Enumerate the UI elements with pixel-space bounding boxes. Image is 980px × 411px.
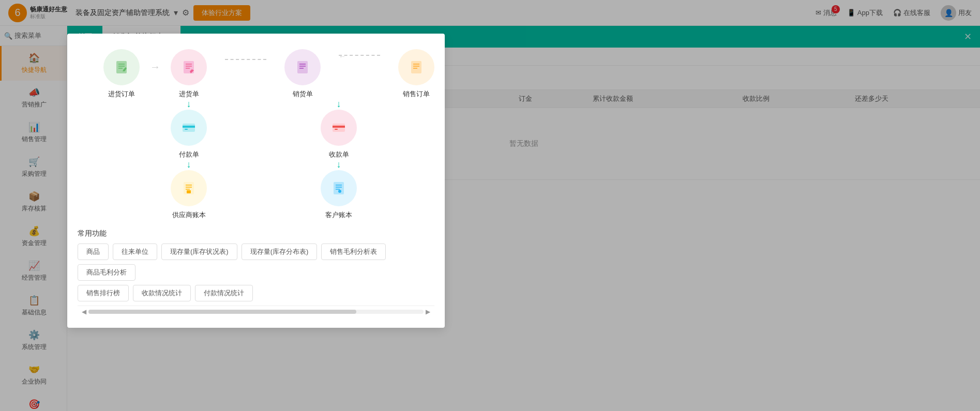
scroll-left-btn[interactable]: ◀ bbox=[82, 308, 86, 315]
svg-rect-12 bbox=[411, 61, 421, 73]
scroll-thumb[interactable] bbox=[88, 310, 356, 314]
payment-circle bbox=[171, 110, 207, 146]
flow-node-receipt: 收款单 bbox=[321, 110, 357, 159]
flow-node-sale-receipt: 销货单 bbox=[284, 49, 321, 99]
func-btn-inventory-status[interactable]: 现存量(库存状况表) bbox=[161, 243, 237, 260]
func-btn-product[interactable]: 商品 bbox=[78, 243, 109, 260]
svg-rect-0 bbox=[116, 61, 127, 73]
down-arrow-payment: ↓ bbox=[171, 99, 207, 110]
svg-rect-26 bbox=[187, 190, 191, 193]
modal-body: 进货订单 → 进货单 bbox=[67, 34, 445, 328]
flow-node-supplier-ledger: 供应商账本 bbox=[171, 170, 207, 220]
flow-node-purchase-order: 进货订单 bbox=[103, 49, 140, 99]
receipt-circle bbox=[321, 110, 357, 146]
svg-rect-27 bbox=[334, 182, 344, 194]
supplier-ledger-label: 供应商账本 bbox=[172, 210, 206, 220]
customer-ledger-circle bbox=[321, 170, 357, 206]
sale-order-circle bbox=[398, 49, 434, 85]
purchase-order-label: 进货订单 bbox=[108, 89, 135, 99]
dashed-line-1 bbox=[225, 59, 266, 60]
modal-scrollbar: ◀ ▶ bbox=[78, 306, 434, 317]
flow-modal: 进货订单 → 进货单 bbox=[67, 34, 445, 328]
flow-node-purchase-receipt: 进货单 bbox=[171, 49, 207, 99]
func-btn-product-profit[interactable]: 商品毛利分析 bbox=[78, 264, 135, 281]
down-arrow-customer: ↓ bbox=[321, 159, 357, 170]
down-arrow-supplier: ↓ bbox=[171, 159, 207, 170]
func-btns-row2: 销售排行榜 收款情况统计 付款情况统计 bbox=[78, 285, 434, 301]
func-btn-partner[interactable]: 往来单位 bbox=[113, 243, 157, 260]
scroll-track[interactable] bbox=[88, 310, 424, 314]
common-funcs: 常用功能 商品 往来单位 现存量(库存状况表) 现存量(库存分布表) 销售毛利分… bbox=[78, 229, 434, 301]
func-btn-sale-rank[interactable]: 销售排行榜 bbox=[78, 285, 129, 301]
dashed-line-2: ← bbox=[339, 55, 380, 64]
svg-rect-18 bbox=[185, 129, 188, 130]
func-btns-row1: 商品 往来单位 现存量(库存状况表) 现存量(库存分布表) 销售毛利分析表 商品… bbox=[78, 243, 434, 281]
sale-order-label: 销售订单 bbox=[403, 89, 430, 99]
svg-point-31 bbox=[338, 190, 341, 193]
supplier-ledger-circle bbox=[171, 170, 207, 206]
svg-rect-21 bbox=[335, 129, 338, 130]
func-btn-payment-stat[interactable]: 付款情况统计 bbox=[195, 285, 253, 301]
func-btn-inventory-dist[interactable]: 现存量(库存分布表) bbox=[242, 243, 318, 260]
func-btn-receipt-stat[interactable]: 收款情况统计 bbox=[133, 285, 191, 301]
purchase-receipt-label: 进货单 bbox=[179, 89, 199, 99]
svg-rect-8 bbox=[297, 61, 308, 73]
down-arrow-receipt: ↓ bbox=[321, 99, 357, 110]
modal-overlay: 进货订单 → 进货单 bbox=[0, 0, 980, 411]
flow-node-sale-order: 销售订单 bbox=[398, 49, 434, 99]
func-btn-sale-profit[interactable]: 销售毛利分析表 bbox=[321, 243, 386, 260]
scroll-right-btn[interactable]: ▶ bbox=[426, 308, 430, 315]
common-funcs-title: 常用功能 bbox=[78, 229, 434, 238]
sale-receipt-circle bbox=[284, 49, 321, 85]
arrow-right-1: → bbox=[150, 61, 160, 73]
purchase-order-circle bbox=[103, 49, 140, 85]
sale-receipt-label: 销货单 bbox=[293, 89, 313, 99]
receipt-label: 收款单 bbox=[329, 150, 349, 159]
purchase-receipt-circle bbox=[171, 49, 207, 85]
customer-ledger-label: 客户账本 bbox=[325, 210, 352, 220]
payment-label: 付款单 bbox=[179, 150, 199, 159]
flow-node-customer-ledger: 客户账本 bbox=[321, 170, 357, 220]
flow-node-payment: 付款单 bbox=[171, 110, 207, 159]
svg-rect-20 bbox=[333, 126, 345, 128]
svg-rect-17 bbox=[183, 126, 195, 128]
